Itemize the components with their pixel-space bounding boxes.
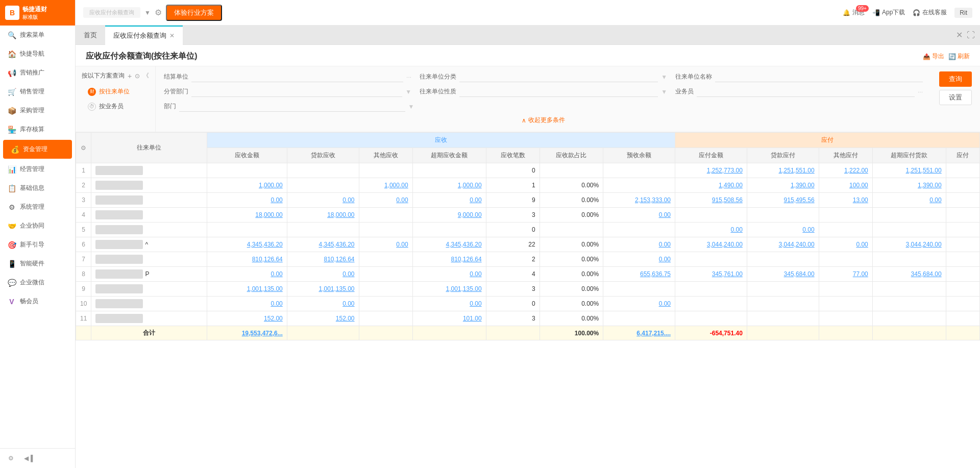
table-cell-ar_overdue[interactable]: 0.00: [412, 297, 486, 311]
sidebar-item-hardware[interactable]: 📱 智能硬件: [0, 254, 75, 273]
unit-category-input[interactable]: [459, 71, 658, 82]
table-cell-ar_loan[interactable]: 18,000.00: [287, 208, 359, 223]
table-cell-ar_amount[interactable]: 152.00: [207, 311, 287, 326]
table-cell-ap_amount[interactable]: 915,508.56: [675, 193, 747, 208]
table-cell-ar_loan[interactable]: 0.00: [287, 297, 359, 311]
sidebar-item-system[interactable]: ⚙ 系统管理: [0, 198, 75, 216]
table-cell-ar_pre[interactable]: 655,636.75: [603, 267, 675, 282]
sidebar-item-basic[interactable]: 📋 基础信息: [0, 179, 75, 198]
table-cell-ap_amount[interactable]: 1,490.00: [675, 178, 747, 193]
promo-button[interactable]: 体验行业方案: [166, 5, 222, 21]
table-cell-ar_amount[interactable]: 1,000.00: [207, 178, 287, 193]
table-cell-ap_loan[interactable]: 1,390.00: [747, 178, 819, 193]
window-close-icon[interactable]: ✕: [956, 30, 963, 40]
sidebar-item-inventory[interactable]: 🏪 库存核算: [0, 120, 75, 139]
table-cell-ar_amount[interactable]: 0.00: [207, 193, 287, 208]
salesman-input[interactable]: [697, 86, 915, 97]
table-cell-ap_overdue[interactable]: 345,684.00: [872, 267, 946, 282]
settlement-dots-icon[interactable]: ···: [406, 73, 411, 81]
dept-mgr-chevron-icon[interactable]: ▼: [405, 88, 411, 95]
table-cell-ar_amount[interactable]: 0.00: [207, 297, 287, 311]
table-cell-ap_amount[interactable]: 0.00: [675, 223, 747, 237]
table-cell-ar_overdue[interactable]: 101.00: [412, 311, 486, 326]
table-cell-ar_overdue[interactable]: 1,001,135.00: [412, 282, 486, 297]
table-cell-ap_amount[interactable]: 1,252,773.00: [675, 163, 747, 178]
unit-category-chevron-icon[interactable]: ▼: [661, 73, 667, 81]
sidebar-item-member[interactable]: V 畅会员: [0, 292, 75, 311]
service-button[interactable]: 🎧 在线客服: [913, 8, 947, 17]
sidebar-item-operation[interactable]: 📊 经营管理: [0, 160, 75, 179]
table-cell-ar_overdue[interactable]: 810,126.64: [412, 252, 486, 267]
sidebar-item-search-menu[interactable]: 🔍 搜索菜单: [0, 26, 75, 44]
topbar-gear-icon[interactable]: ⚙: [155, 8, 162, 17]
table-cell-ap_loan[interactable]: 345,684.00: [747, 267, 819, 282]
sidebar-item-corp[interactable]: 🤝 企业协同: [0, 216, 75, 235]
table-cell-ap_loan[interactable]: 0.00: [747, 223, 819, 237]
unit-nature-input[interactable]: [459, 86, 658, 97]
table-cell-ap_overdue[interactable]: 1,251,551.00: [872, 163, 946, 178]
add-scheme-icon[interactable]: +: [128, 72, 132, 80]
table-cell-ar_overdue[interactable]: 0.00: [412, 267, 486, 282]
table-cell-ar_other[interactable]: 1,000.00: [359, 178, 412, 193]
sidebar-item-finance[interactable]: 💰 资金管理: [3, 140, 72, 159]
dept-chevron-icon[interactable]: ▼: [408, 103, 414, 110]
sidebar-collapse-btn[interactable]: ◀▐: [20, 453, 37, 464]
table-cell-ap_other[interactable]: 0.00: [819, 237, 872, 252]
edit-scheme-icon[interactable]: ⊙: [135, 72, 140, 80]
table-cell-ar_amount[interactable]: 1,001,135.00: [207, 282, 287, 297]
dept-mgr-input[interactable]: [191, 86, 402, 97]
table-cell-ar_pre[interactable]: 0.00: [603, 252, 675, 267]
table-cell-ar_pre[interactable]: 2,153,333.00: [603, 193, 675, 208]
table-cell-ar_pre[interactable]: 0.00: [603, 237, 675, 252]
tab-close-icon[interactable]: ✕: [169, 32, 175, 39]
table-cell-ap_other[interactable]: 1,222.00: [819, 163, 872, 178]
setting-button[interactable]: 设置: [939, 90, 972, 105]
tab-home[interactable]: 首页: [76, 26, 105, 45]
collapse-scheme-icon[interactable]: 《: [143, 71, 149, 80]
tab-query[interactable]: 应收应付余额查询 ✕: [105, 26, 183, 45]
table-cell-ap_other[interactable]: 77.00: [819, 267, 872, 282]
table-cell-ap_amount[interactable]: 3,044,240.00: [675, 237, 747, 252]
table-cell-ar_amount[interactable]: 0.00: [207, 267, 287, 282]
sidebar-gear-btn[interactable]: ⚙: [4, 453, 18, 464]
sidebar-item-purchase[interactable]: 📦 采购管理: [0, 101, 75, 120]
table-cell-ar_overdue[interactable]: 0.00: [412, 193, 486, 208]
notice-button[interactable]: 🔔 消息 99+: [843, 8, 865, 17]
scheme-by-unit[interactable]: 财 按往来单位: [82, 84, 149, 99]
table-cell-ap_overdue[interactable]: 1,390.00: [872, 178, 946, 193]
table-cell-ar_loan[interactable]: 0.00: [287, 267, 359, 282]
table-cell-ar_loan[interactable]: 1,001,135.00: [287, 282, 359, 297]
table-cell-ar_loan[interactable]: 0.00: [287, 193, 359, 208]
table-cell-ar_overdue[interactable]: 1,000.00: [412, 178, 486, 193]
table-cell-ar_amount[interactable]: 4,345,436.20: [207, 237, 287, 252]
refresh-button[interactable]: 🔄 刷新: [948, 52, 970, 61]
settlement-input[interactable]: [191, 71, 403, 82]
table-cell-ar_loan[interactable]: 152.00: [287, 311, 359, 326]
table-cell-ar_other[interactable]: 0.00: [359, 193, 412, 208]
total-ar-amount[interactable]: 19,553,472,6...: [207, 326, 287, 340]
table-settings-icon[interactable]: ⚙: [81, 144, 86, 152]
sidebar-item-sales[interactable]: 🛒 销售管理: [0, 82, 75, 101]
table-cell-ar_amount[interactable]: 18,000.00: [207, 208, 287, 223]
sidebar-item-wechat[interactable]: 💬 企业微信: [0, 273, 75, 292]
table-cell-ap_amount[interactable]: 345,761.00: [675, 267, 747, 282]
table-cell-ap_loan[interactable]: 3,044,240.00: [747, 237, 819, 252]
table-cell-ar_loan[interactable]: 4,345,436.20: [287, 237, 359, 252]
table-cell-ar_overdue[interactable]: 4,345,436.20: [412, 237, 486, 252]
table-cell-ap_overdue[interactable]: 0.00: [872, 193, 946, 208]
table-cell-ar_loan[interactable]: 810,126.64: [287, 252, 359, 267]
sidebar-item-quick-nav[interactable]: 🏠 快捷导航: [0, 44, 75, 63]
export-button[interactable]: 📤 导出: [923, 52, 944, 61]
unit-name-input[interactable]: [715, 71, 923, 82]
table-cell-ar_other[interactable]: 0.00: [359, 237, 412, 252]
table-cell-ap_other[interactable]: 13.00: [819, 193, 872, 208]
scheme-by-staff[interactable]: ⏱ 按业务员: [82, 99, 149, 114]
table-cell-ap_other[interactable]: 100.00: [819, 178, 872, 193]
table-cell-ar_overdue[interactable]: 9,000.00: [412, 208, 486, 223]
query-button[interactable]: 查询: [939, 71, 972, 87]
table-cell-ap_loan[interactable]: 915,495.56: [747, 193, 819, 208]
table-cell-ap_overdue[interactable]: 3,044,240.00: [872, 237, 946, 252]
sidebar-item-guide[interactable]: 🎯 新手引导: [0, 235, 75, 254]
sidebar-item-marketing[interactable]: 📢 营销推广: [0, 63, 75, 82]
unit-nature-chevron-icon[interactable]: ▼: [661, 88, 667, 95]
